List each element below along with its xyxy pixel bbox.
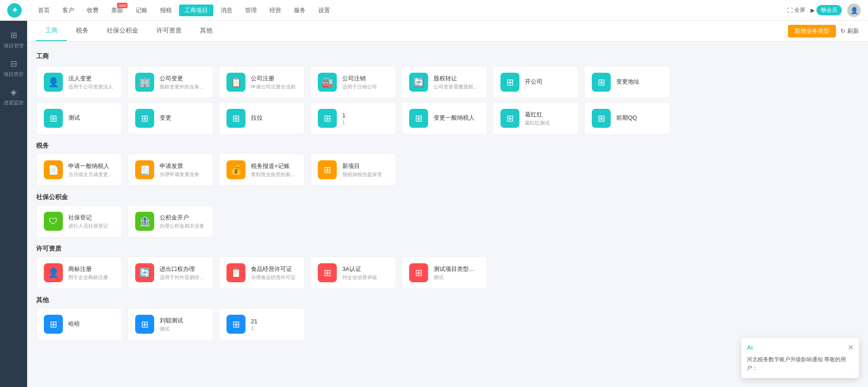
card-biangeng[interactable]: ⊞ 变更 — [127, 102, 213, 135]
card-ceshi[interactable]: ⊞ 测试 — [36, 102, 122, 135]
card-lala[interactable]: ⊞ 拉拉 — [219, 102, 305, 135]
tab-xuke[interactable]: 许可资质 — [147, 21, 191, 41]
card-xinxiangmu[interactable]: ⊞ 新项目 报税加税控盘保管 — [310, 154, 396, 186]
card-shipin[interactable]: 📋 食品经营许可证 办理食品经营许可证 — [219, 256, 305, 289]
add-business-type-button[interactable]: 新增业务类型 — [788, 25, 836, 37]
card-desc-21: 1 — [251, 326, 297, 331]
notif-body: 河北税务数字账户升级影响通知 尊敬的用户： — [747, 355, 854, 373]
card-title-ceshi-xuke: 测试项目类型目定义 — [434, 265, 480, 273]
tab-other[interactable]: 其他 — [191, 21, 222, 41]
card-title-shenqing-fapiao: 申请发票 — [160, 162, 206, 170]
card-shuiwubao[interactable]: 💰 税务报道+记账 拿到营业执照的新公司 — [219, 154, 305, 186]
card-title-shuiwubao: 税务报道+记账 — [251, 162, 297, 170]
card-title-one: 1 — [342, 112, 388, 119]
card-3a[interactable]: ⊞ 3A认证 对企业信誉评级 — [310, 256, 396, 289]
card-shangbiao[interactable]: 👤 商标注册 用于企业商标注册服务 — [36, 256, 122, 289]
nav-tax[interactable]: 报税 — [155, 5, 177, 16]
card-shebao-dengji[interactable]: 🛡 社保登记 进行人员社保登记 — [36, 205, 122, 238]
card-icon-shipin: 📋 — [226, 263, 245, 282]
card-icon-gehonghong: ⊞ — [500, 109, 519, 128]
nav-business[interactable]: 工商项目 — [179, 5, 213, 16]
sub-tabs-left: 工商 税务 社保公积金 许可资质 其他 — [36, 21, 222, 41]
card-jinchu[interactable]: 🔄 进出口权办理 适用于对外贸易经营者 — [127, 256, 213, 289]
card-icon-shenqing-fapiao: 🧾 — [135, 160, 154, 179]
nav-fee[interactable]: 收费 — [81, 5, 104, 16]
nav-home[interactable]: 首页 — [33, 5, 55, 16]
refresh-button[interactable]: ↻ 刷新 — [840, 27, 859, 35]
card-desc-gongsizhu: 申请公司注册全流程 — [251, 84, 297, 90]
card-title-ceshi: 测试 — [68, 114, 114, 122]
project-type-icon: ⊟ — [8, 58, 19, 69]
fullscreen-btn[interactable]: ⛶ 全屏 — [787, 6, 805, 14]
card-haha[interactable]: ⊞ 哈哈 — [36, 308, 122, 340]
card-icon-kaigongsi: ⊞ — [500, 73, 519, 92]
card-ceshi-xuke[interactable]: ⊞ 测试项目类型目定义 测试 — [401, 256, 487, 289]
nav-settings[interactable]: 设置 — [313, 5, 335, 16]
tab-shebao[interactable]: 社保公积金 — [98, 21, 147, 41]
section-title-shuiwu: 税务 — [36, 142, 859, 150]
nav-message[interactable]: 消息 — [215, 5, 238, 16]
nav-accounting[interactable]: 记账 — [130, 5, 153, 16]
sub-tabs-right: 新增业务类型 ↻ 刷新 — [788, 25, 859, 37]
card-kaigongsi[interactable]: ⊞ 开公司 — [493, 66, 579, 98]
card-21[interactable]: ⊞ 21 1 — [219, 308, 305, 340]
card-desc-xinxiangmu: 报税加税控盘保管 — [342, 171, 388, 178]
card-desc-gongsinota: 适用于注销公司 — [342, 84, 388, 90]
card-icon-jinchu: 🔄 — [135, 263, 154, 282]
avatar[interactable]: 👤 — [847, 4, 861, 17]
card-icon-shuiwubao: 💰 — [226, 160, 245, 179]
card-title-gongsizhu: 公司注册 — [251, 75, 297, 83]
logo: ✦ — [7, 3, 22, 18]
card-title-biangeng-yiban: 变更一般纳税人 — [434, 114, 480, 122]
nav-manage[interactable]: 管理 — [240, 5, 262, 16]
card-desc-shuiwubao: 拿到营业执照的新公司 — [251, 171, 297, 178]
card-title-kaigongsi: 开公司 — [525, 78, 571, 86]
card-title-haha: 哈哈 — [68, 320, 114, 328]
nav-operation[interactable]: 经营 — [264, 5, 287, 16]
card-desc-one: 1 — [342, 120, 388, 125]
card-title-21: 21 — [251, 318, 297, 325]
card-desc-ceshi-xuke: 测试 — [434, 274, 480, 281]
card-title-biangeng: 变更 — [160, 114, 206, 122]
card-title-guquan: 股权转让 — [434, 75, 480, 83]
card-qianqi[interactable]: ⊞ 前期QQ — [584, 102, 670, 135]
card-icon-shenqing-yiban: 📄 — [44, 160, 63, 179]
card-desc-gongjijin: 办理公积金相关业务 — [160, 223, 206, 229]
card-title-lala: 拉拉 — [251, 114, 297, 122]
card-one[interactable]: ⊞ 1 1 — [310, 102, 396, 135]
card-shenqing-fapiao[interactable]: 🧾 申请发票 办理申请发票业务 — [127, 154, 213, 186]
card-icon-biangeng-yiban: ⊞ — [409, 109, 428, 128]
nav-client[interactable]: 客户 — [57, 5, 80, 16]
card-icon-xinxiangmu: ⊞ — [318, 160, 337, 179]
card-title-shenqing-yiban: 申请一般纳税人 — [68, 162, 114, 170]
card-guquan[interactable]: 🔄 股权转让 公司变更需要股权转让 — [401, 66, 487, 98]
sidebar-item-progress[interactable]: ◈ 进度监控 — [0, 82, 27, 111]
card-liucong[interactable]: ⊞ 刘聪测试 测试 — [127, 308, 213, 340]
nav-items: 首页 客户 收费 票据 new 记账 报税 工商项目 消息 管理 经营 服务 设… — [33, 5, 787, 16]
card-gongsizhu[interactable]: 📋 公司注册 申请公司注册全流程 — [219, 66, 305, 98]
notif-close-button[interactable]: ✕ — [848, 343, 854, 352]
tab-gongshang[interactable]: 工商 — [36, 21, 67, 41]
card-icon-lala: ⊞ — [226, 109, 245, 128]
notif-title: Ai — [747, 344, 753, 351]
card-title-3a: 3A认证 — [342, 265, 388, 273]
card-gongjijin[interactable]: 🏦 公积金开户 办理公积金相关业务 — [127, 205, 213, 238]
sidebar-item-project-type[interactable]: ⊟ 项目类型 — [0, 54, 27, 82]
vip-btn[interactable]: ▶ 畅会员 — [811, 5, 842, 15]
card-gongsibiangeng[interactable]: 🏢 公司变更 股权变更外的业务变更 — [127, 66, 213, 98]
card-icon-gongsibiangeng: 🏢 — [135, 73, 154, 92]
vip-icon: ▶ — [811, 7, 815, 14]
card-biangeng-yiban[interactable]: ⊞ 变更一般纳税人 — [401, 102, 487, 135]
cards-row-xuke: 👤 商标注册 用于企业商标注册服务 🔄 进出口权办理 适用于对外贸易经营者 📋 … — [36, 256, 859, 289]
card-gehonghong[interactable]: ⊞ 葛红红 葛红红测试 — [493, 102, 579, 135]
card-gongsinota[interactable]: 🏭 公司注销 适用于注销公司 — [310, 66, 396, 98]
card-faziren[interactable]: 👤 法人变更 适用于公司变更法人 — [36, 66, 122, 98]
section-title-other: 其他 — [36, 296, 859, 304]
card-biangengdizhi[interactable]: ⊞ 变更地址 — [584, 66, 670, 98]
tab-shuiwu[interactable]: 税务 — [67, 21, 98, 41]
nav-ticket[interactable]: 票据 new — [106, 5, 128, 16]
nav-service[interactable]: 服务 — [288, 5, 311, 16]
sidebar-item-project-manage[interactable]: ⊞ 项目管理 — [0, 25, 27, 54]
card-shenqing-yiban[interactable]: 📄 申请一般纳税人 当月或次月成变更完成 — [36, 154, 122, 186]
cards-row-other: ⊞ 哈哈 ⊞ 刘聪测试 测试 ⊞ 21 1 — [36, 308, 859, 340]
